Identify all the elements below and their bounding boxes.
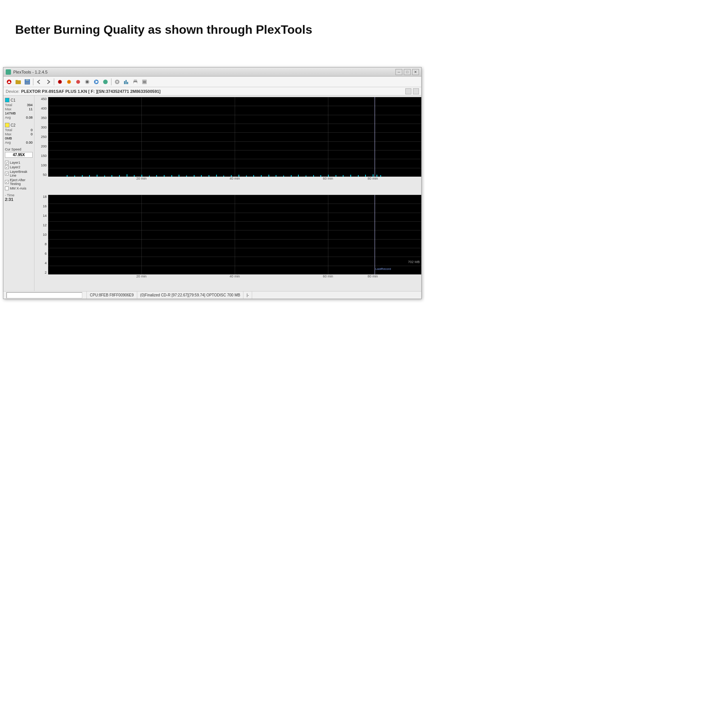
title-bar-left: PlexTools - 1.2.4.5 bbox=[6, 69, 48, 75]
svg-rect-27 bbox=[143, 82, 146, 83]
time-section: - Time 2:31 bbox=[5, 193, 33, 202]
y1-100: 100 bbox=[41, 163, 47, 167]
toolbar-btn-save[interactable] bbox=[23, 78, 31, 86]
checkbox-layer2-label: Layer2 bbox=[10, 165, 20, 169]
c1-legend-item: C1 bbox=[5, 98, 33, 102]
device-bar: Device: PLEXTOR PX-891SAF PLUS 1.KN [ F:… bbox=[3, 87, 421, 96]
mb-label: 702 MB bbox=[408, 260, 420, 264]
c1-size-row: 147MB bbox=[5, 111, 33, 115]
y2-14: 14 bbox=[43, 214, 47, 218]
x2-80min: 80 min bbox=[368, 274, 378, 278]
checkbox-eject-box[interactable]: ✓ bbox=[5, 180, 9, 184]
checkbox-layerbreak-box[interactable]: ✓ bbox=[5, 172, 9, 175]
y2-6: 6 bbox=[45, 252, 47, 255]
chart1-canvas bbox=[48, 97, 421, 177]
chart2-wrapper: 18 16 14 12 10 8 6 4 2 702 MBLastRecord bbox=[35, 195, 421, 274]
svg-rect-6 bbox=[25, 82, 29, 84]
toolbar-btn-print[interactable] bbox=[131, 78, 140, 86]
chart1-y-axis: 450 400 350 300 250 200 150 100 50 bbox=[35, 97, 48, 177]
toolbar-btn-forward[interactable] bbox=[44, 78, 52, 86]
status-right: |- bbox=[243, 291, 252, 299]
toolbar-btn-eject[interactable] bbox=[5, 78, 13, 86]
status-input[interactable] bbox=[6, 292, 82, 298]
c1-max-label: Max bbox=[5, 107, 11, 111]
c2-max-value: 0 bbox=[31, 132, 33, 136]
cur-speed-label: Cur Speed bbox=[5, 147, 33, 151]
c1-avg-value: 0.08 bbox=[26, 116, 33, 119]
toolbar-btn-back[interactable] bbox=[35, 78, 43, 86]
toolbar-btn-stop[interactable] bbox=[83, 78, 91, 86]
checkbox-mmx[interactable]: MM X-Axis bbox=[5, 186, 33, 190]
toolbar-btn-settings[interactable] bbox=[140, 78, 149, 86]
close-button[interactable]: ✕ bbox=[412, 69, 419, 75]
title-bar-controls: ─ □ ✕ bbox=[395, 69, 419, 75]
toolbar-btn-play[interactable] bbox=[92, 78, 100, 86]
chart2-y-axis: 18 16 14 12 10 8 6 4 2 bbox=[35, 195, 48, 274]
x1-60min: 60 min bbox=[323, 177, 333, 180]
device-icon-2[interactable] bbox=[413, 88, 419, 94]
c2-total-label: Total bbox=[5, 128, 12, 132]
y1-300: 300 bbox=[41, 125, 47, 129]
y2-18: 18 bbox=[43, 195, 47, 199]
svg-rect-26 bbox=[143, 81, 146, 82]
y1-400: 400 bbox=[41, 107, 47, 110]
left-panel: C1 Total 394 Max 11 147MB Avg 0.08 C2 bbox=[3, 96, 35, 291]
cur-speed-value: 47.95X bbox=[5, 152, 33, 158]
c2-total-value: 0 bbox=[31, 128, 33, 132]
checkbox-layer2-box[interactable]: ✓ bbox=[5, 165, 9, 169]
y2-16: 16 bbox=[43, 204, 47, 208]
toolbar-btn-rec1[interactable] bbox=[56, 78, 64, 86]
toolbar-btn-green[interactable] bbox=[101, 78, 110, 86]
c2-avg-value: 0.00 bbox=[26, 141, 33, 144]
app-icon bbox=[6, 69, 11, 75]
minimize-button[interactable]: ─ bbox=[395, 69, 402, 75]
toolbar-btn-open[interactable] bbox=[14, 78, 22, 86]
svg-rect-20 bbox=[126, 80, 127, 84]
toolbar-btn-rec3[interactable] bbox=[74, 78, 82, 86]
charts-area: 450 400 350 300 250 200 150 100 50 bbox=[35, 96, 421, 291]
checkbox-eject-label: Eject After Testing bbox=[10, 178, 33, 186]
checkbox-layer1-label: Layer1 bbox=[10, 161, 20, 165]
checkboxes-section: ✓ Layer1 ✓ Layer2 ✓ LayerBreak Line ✓ Ej… bbox=[5, 161, 33, 190]
c1-avg-row: Avg 0.08 bbox=[5, 116, 33, 119]
title-bar: PlexTools - 1.2.4.5 ─ □ ✕ bbox=[3, 67, 421, 77]
device-icon-1[interactable] bbox=[405, 88, 411, 94]
checkbox-eject[interactable]: ✓ Eject After Testing bbox=[5, 178, 33, 186]
device-value: PLEXTOR PX-891SAF PLUS 1.KN [ F: ][SN:37… bbox=[21, 89, 161, 94]
main-content: C1 Total 394 Max 11 147MB Avg 0.08 C2 bbox=[3, 96, 421, 291]
svg-rect-19 bbox=[124, 81, 125, 84]
svg-rect-24 bbox=[134, 82, 137, 84]
app-title: PlexTools - 1.2.4.5 bbox=[13, 70, 48, 74]
c2-max-row: Max 0 bbox=[5, 132, 33, 136]
checkbox-layer1-box[interactable]: ✓ bbox=[5, 161, 9, 165]
y1-450: 450 bbox=[41, 97, 47, 101]
toolbar-btn-disc[interactable] bbox=[113, 78, 121, 86]
x2-40min: 40 min bbox=[229, 274, 240, 278]
toolbar-sep-3 bbox=[111, 78, 111, 85]
checkbox-layer2[interactable]: ✓ Layer2 bbox=[5, 165, 33, 169]
y2-10: 10 bbox=[43, 233, 47, 237]
c1-color bbox=[5, 98, 9, 102]
toolbar-btn-chart[interactable] bbox=[122, 78, 130, 86]
x2-60min: 60 min bbox=[323, 274, 333, 278]
time-label: - Time bbox=[5, 193, 33, 197]
chart2-container: 18 16 14 12 10 8 6 4 2 702 MBLastRecord bbox=[35, 193, 421, 291]
device-label: Device: bbox=[6, 89, 20, 94]
checkbox-layerbreak[interactable]: ✓ LayerBreak Line bbox=[5, 170, 33, 177]
toolbar bbox=[3, 77, 421, 87]
x1-20min: 20 min bbox=[136, 177, 146, 180]
checkbox-mmx-box[interactable] bbox=[5, 186, 9, 190]
chart2-x-axis: 20 min 40 min 60 min 80 min bbox=[48, 274, 421, 282]
page-title: Better Burning Quality as shown through … bbox=[0, 0, 425, 52]
maximize-button[interactable]: □ bbox=[404, 69, 411, 75]
x2-20min: 20 min bbox=[136, 274, 146, 278]
svg-rect-13 bbox=[86, 81, 88, 83]
checkbox-layer1[interactable]: ✓ Layer1 bbox=[5, 161, 33, 165]
time-value: 2:31 bbox=[5, 197, 33, 202]
x1-40min: 40 min bbox=[229, 177, 240, 180]
c1-total-label: Total bbox=[5, 103, 12, 107]
y2-2: 2 bbox=[45, 271, 47, 274]
device-bar-right bbox=[405, 88, 419, 94]
toolbar-btn-rec2[interactable] bbox=[65, 78, 73, 86]
c2-color bbox=[5, 123, 9, 127]
